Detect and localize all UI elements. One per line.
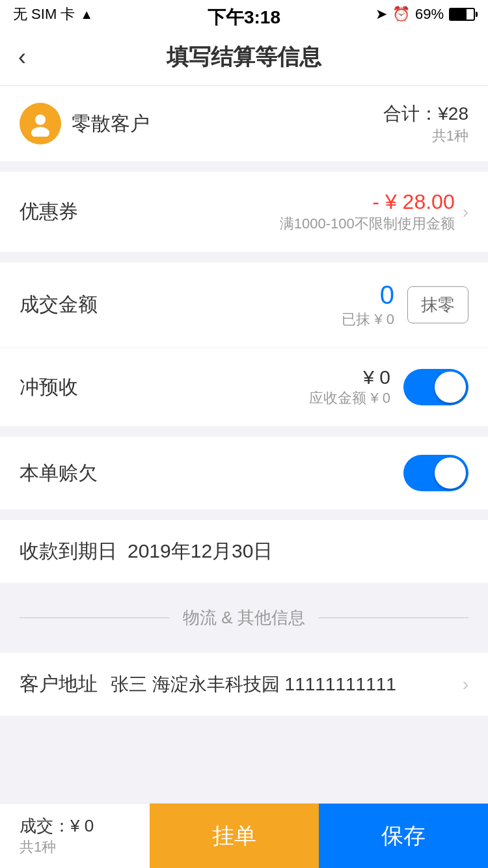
- status-left: 无 SIM 卡 ▲: [13, 5, 93, 24]
- address-row: 客户地址 张三 海淀永丰科技园 11111111111 ›: [0, 653, 488, 716]
- bottom-summary: 成交：¥ 0 共1种: [0, 815, 150, 857]
- prepay-values: ¥ 0 应收金额 ¥ 0: [309, 366, 390, 408]
- battery-icon: [449, 8, 475, 21]
- customer-section: 零散客户 合计：¥28 共1种: [0, 86, 488, 161]
- amount-value: 0: [342, 280, 394, 310]
- svg-point-1: [31, 127, 49, 137]
- wifi-icon: ▲: [80, 7, 93, 22]
- total-label: 合计：: [383, 103, 438, 124]
- logistics-divider: 物流 & 其他信息: [0, 593, 488, 642]
- svg-point-0: [35, 115, 46, 125]
- customer-name: 零散客户: [72, 111, 150, 137]
- debit-row: 本单赊欠: [0, 437, 488, 509]
- address-label: 客户地址: [20, 671, 98, 698]
- prepay-label: 冲预收: [20, 374, 78, 401]
- main-content: 零散客户 合计：¥28 共1种 优惠券 - ¥ 28.00 满1000-100不…: [0, 86, 488, 791]
- customer-info: 零散客户: [20, 103, 150, 144]
- amount-label: 成交金额: [20, 292, 98, 318]
- bottom-bar: 成交：¥ 0 共1种 挂单 保存: [0, 803, 488, 868]
- prepay-right: ¥ 0 应收金额 ¥ 0: [309, 366, 468, 408]
- location-icon: ➤: [375, 6, 387, 23]
- toggle-knob: [435, 372, 466, 403]
- coupon-discount: - ¥ 28.00: [280, 190, 455, 214]
- coupon-info: - ¥ 28.00 满1000-100不限制使用金额: [280, 190, 455, 234]
- customer-avatar: [20, 103, 61, 144]
- divider-line-right: [318, 617, 468, 618]
- nav-bar: ‹ 填写结算等信息: [0, 29, 488, 86]
- address-chevron-icon: ›: [463, 674, 468, 695]
- amount-row: 成交金额 0 已抹 ¥ 0 抹零: [0, 262, 488, 347]
- customer-total: 合计：¥28: [383, 102, 468, 126]
- address-value: 张三 海淀永丰科技园 11111111111: [111, 672, 460, 697]
- coupon-label: 优惠券: [20, 198, 78, 225]
- round-off-button[interactable]: 抹零: [407, 286, 468, 323]
- hold-button[interactable]: 挂单: [150, 804, 319, 868]
- customer-count: 共1种: [383, 126, 468, 146]
- bottom-summary-count: 共1种: [20, 837, 130, 857]
- due-date-value: 2019年12月30日: [128, 538, 273, 565]
- prepay-row: 冲预收 ¥ 0 应收金额 ¥ 0: [0, 347, 488, 426]
- customer-total-section: 合计：¥28 共1种: [383, 102, 468, 146]
- carrier-text: 无 SIM 卡: [13, 5, 75, 24]
- status-right: ➤ ⏰ 69%: [375, 6, 475, 23]
- prepay-amount: ¥ 0: [309, 366, 390, 388]
- coupon-desc: 满1000-100不限制使用金额: [280, 214, 455, 234]
- coupon-right: - ¥ 28.00 满1000-100不限制使用金额 ›: [280, 190, 468, 234]
- amount-section: 成交金额 0 已抹 ¥ 0 抹零 冲预收 ¥ 0 应收金额 ¥ 0: [0, 262, 488, 426]
- status-time: 下午3:18: [208, 5, 280, 30]
- amount-right: 0 已抹 ¥ 0 抹零: [342, 280, 468, 329]
- due-date-label: 收款到期日: [20, 538, 117, 565]
- prepay-toggle[interactable]: [403, 369, 468, 405]
- bottom-summary-label: 成交：¥ 0: [20, 815, 130, 837]
- due-date-section: 收款到期日 2019年12月30日: [0, 520, 488, 583]
- status-bar: 无 SIM 卡 ▲ 下午3:18 ➤ ⏰ 69%: [0, 0, 488, 29]
- logistics-label: 物流 & 其他信息: [183, 606, 305, 629]
- summary-text: 成交：: [20, 816, 70, 835]
- debit-label: 本单赊欠: [20, 460, 98, 487]
- prepay-receivable: 应收金额 ¥ 0: [309, 388, 390, 408]
- debit-section: 本单赊欠: [0, 437, 488, 509]
- back-button[interactable]: ‹: [18, 44, 26, 71]
- total-value: ¥28: [438, 103, 468, 124]
- address-section[interactable]: 客户地址 张三 海淀永丰科技园 11111111111 ›: [0, 653, 488, 716]
- user-icon: [27, 111, 53, 137]
- amount-deducted: 已抹 ¥ 0: [342, 310, 394, 329]
- save-button[interactable]: 保存: [319, 804, 488, 868]
- amount-value-container: 0 已抹 ¥ 0: [342, 280, 394, 329]
- alarm-icon: ⏰: [392, 6, 410, 23]
- summary-value: ¥ 0: [70, 816, 94, 835]
- debit-toggle[interactable]: [403, 455, 468, 491]
- chevron-right-icon: ›: [463, 202, 468, 223]
- debit-toggle-knob: [435, 457, 466, 489]
- divider-line-left: [20, 617, 170, 618]
- battery-percent: 69%: [415, 6, 444, 23]
- page-title: 填写结算等信息: [167, 42, 321, 72]
- coupon-section[interactable]: 优惠券 - ¥ 28.00 满1000-100不限制使用金额 ›: [0, 172, 488, 252]
